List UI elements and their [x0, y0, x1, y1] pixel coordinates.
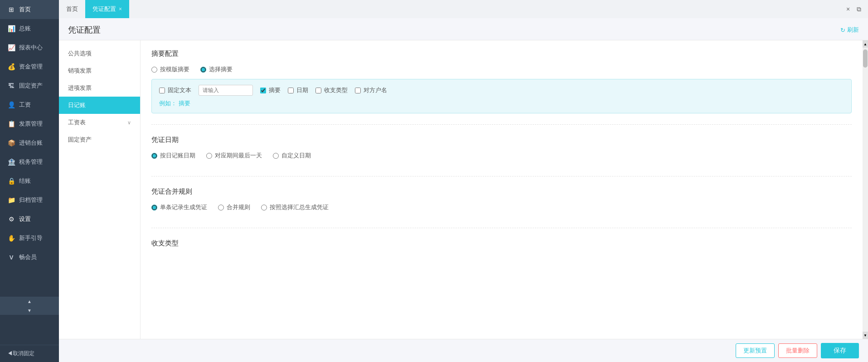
sidebar-item-close[interactable]: 🔒 结账	[0, 171, 59, 191]
sidebar-item-archive[interactable]: 📁 归档管理	[0, 191, 59, 210]
radio-select-input[interactable]	[200, 67, 206, 73]
radio-single-record[interactable]: 单条记录生成凭证	[151, 203, 207, 211]
invoice-icon: 📋	[7, 120, 15, 127]
scrollbar-down[interactable]: ▼	[863, 332, 868, 339]
refresh-button[interactable]: ↻ 刷新	[840, 26, 859, 34]
radio-merge-rule[interactable]: 合并规则	[218, 203, 250, 211]
section-merge-rules: 凭证合并规则 单条记录生成凭证 合并规则	[151, 187, 852, 228]
home-icon: ⊞	[7, 6, 15, 13]
summary-example: 例如： 摘要	[159, 99, 844, 108]
body-layout: 公共选项 销项发票 进项发票 日记账 工资表 ∨ 固定资产	[59, 40, 868, 339]
summary-checkboxes-row: 固定文本 摘要 日期	[159, 85, 844, 96]
sidebar-item-vip[interactable]: V 畅会员	[0, 248, 59, 267]
section-summary-config: 摘要配置 按模版摘要 选择摘要	[151, 49, 852, 125]
sidebar-item-settings[interactable]: ⚙ 设置	[0, 210, 59, 229]
settings-icon: ⚙	[7, 215, 15, 223]
radio-merge-input[interactable]	[218, 205, 224, 210]
left-nav-fixed-assets[interactable]: 固定资产	[59, 131, 140, 148]
left-nav-sales-invoice[interactable]: 销项发票	[59, 62, 140, 79]
scrollbar-thumb[interactable]	[863, 49, 868, 68]
left-nav-purchase-invoice[interactable]: 进项发票	[59, 79, 140, 97]
tab-bar: 首页 凭证配置 × × ⧉	[59, 0, 868, 18]
merge-rules-options: 单条记录生成凭证 合并规则 按照选择汇总生成凭证	[151, 203, 852, 211]
radio-by-journal[interactable]: 按日记账日期	[151, 152, 195, 160]
checkbox-counterpart-input[interactable]	[355, 88, 361, 93]
ledger-icon: 📊	[7, 25, 15, 32]
tab-close-icon[interactable]: ×	[119, 6, 122, 12]
tab-voucher-config[interactable]: 凭证配置 ×	[85, 0, 129, 18]
section-title-merge: 凭证合并规则	[151, 187, 852, 196]
chevron-down-icon: ∨	[127, 120, 131, 126]
radio-last-day[interactable]: 对应期间最后一天	[206, 152, 262, 160]
radio-selection-input[interactable]	[261, 205, 267, 210]
checkbox-summary[interactable]: 摘要	[260, 86, 281, 94]
main-area: 首页 凭证配置 × × ⧉ 凭证配置 ↻ 刷新 公共选项	[59, 0, 868, 362]
radio-by-selection[interactable]: 按照选择汇总生成凭证	[261, 203, 329, 211]
sidebar-scroll-down[interactable]: ▼	[0, 306, 59, 315]
left-nav: 公共选项 销项发票 进项发票 日记账 工资表 ∨ 固定资产	[59, 40, 141, 339]
scrollbar-track: ▲ ▼	[863, 40, 868, 339]
action-bar: 更新预置 批量删除 保存	[59, 339, 868, 362]
fixed-text-input[interactable]	[199, 85, 253, 96]
sidebar-item-sales[interactable]: 📦 进销台账	[0, 133, 59, 152]
checkbox-counterpart[interactable]: 对方户名	[355, 86, 387, 94]
sidebar-item-funds[interactable]: 💰 资金管理	[0, 57, 59, 76]
content-wrapper: 凭证配置 ↻ 刷新 公共选项 销项发票 进项发票 日记账	[59, 18, 868, 362]
sidebar-item-guide[interactable]: ✋ 新手引导	[0, 229, 59, 248]
save-button[interactable]: 保存	[821, 343, 859, 358]
sidebar-item-tax[interactable]: 🏦 税务管理	[0, 152, 59, 171]
section-title-income: 收支类型	[151, 239, 852, 248]
tax-icon: 🏦	[7, 158, 15, 166]
radio-custom-date-input[interactable]	[273, 153, 279, 159]
sidebar-item-home[interactable]: ⊞ 首页	[0, 0, 59, 19]
sidebar-item-report[interactable]: 📈 报表中心	[0, 38, 59, 57]
close-books-icon: 🔒	[7, 177, 15, 185]
checkbox-date[interactable]: 日期	[288, 86, 308, 94]
checkbox-fixed-text-input[interactable]	[159, 88, 165, 93]
payroll-icon: 👤	[7, 101, 15, 108]
checkbox-date-input[interactable]	[288, 88, 294, 93]
voucher-date-options: 按日记账日期 对应期间最后一天 自定义日期	[151, 152, 852, 160]
left-nav-journal[interactable]: 日记账	[59, 97, 140, 114]
section-title-summary: 摘要配置	[151, 49, 852, 58]
sidebar-scroll-up[interactable]: ▲	[0, 297, 59, 306]
funds-icon: 💰	[7, 63, 15, 70]
summary-mode-options: 按模版摘要 选择摘要	[151, 65, 852, 73]
sidebar: ⊞ 首页 📊 总账 📈 报表中心 💰 资金管理 🏗 固定资产 👤 工资 📋 发票…	[0, 0, 59, 362]
scrollbar-up[interactable]: ▲	[863, 40, 868, 48]
radio-single-input[interactable]	[151, 205, 157, 210]
page-title: 凭证配置	[68, 24, 101, 35]
assets-icon: 🏗	[7, 82, 15, 89]
right-content: 摘要配置 按模版摘要 选择摘要	[141, 40, 863, 339]
sidebar-unpin-button[interactable]: ◀取消固定	[0, 345, 59, 362]
left-nav-payroll-table[interactable]: 工资表 ∨	[59, 114, 140, 131]
sidebar-item-ledger[interactable]: 📊 总账	[0, 19, 59, 38]
radio-template-input[interactable]	[151, 67, 157, 73]
section-voucher-date: 凭证日期 按日记账日期 对应期间最后一天	[151, 136, 852, 176]
sidebar-item-invoice[interactable]: 📋 发票管理	[0, 114, 59, 133]
radio-custom-date[interactable]: 自定义日期	[273, 152, 311, 160]
sales-icon: 📦	[7, 139, 15, 147]
radio-select-summary[interactable]: 选择摘要	[200, 65, 233, 73]
radio-last-day-input[interactable]	[206, 153, 212, 159]
window-resize-button[interactable]: ⧉	[855, 5, 863, 13]
section-income-type: 收支类型	[151, 239, 852, 266]
sidebar-item-payroll[interactable]: 👤 工资	[0, 95, 59, 114]
refresh-icon: ↻	[840, 27, 845, 34]
batch-delete-button[interactable]: 批量删除	[778, 343, 817, 358]
radio-template-summary[interactable]: 按模版摘要	[151, 65, 189, 73]
update-preview-button[interactable]: 更新预置	[736, 343, 775, 358]
page-header: 凭证配置 ↻ 刷新	[59, 18, 868, 40]
sidebar-item-assets[interactable]: 🏗 固定资产	[0, 76, 59, 95]
checkbox-income-type-input[interactable]	[315, 88, 321, 93]
archive-icon: 📁	[7, 196, 15, 204]
checkbox-income-type[interactable]: 收支类型	[315, 86, 348, 94]
checkbox-summary-input[interactable]	[260, 88, 266, 93]
summary-box: 固定文本 摘要 日期	[151, 79, 852, 113]
window-close-button[interactable]: ×	[844, 5, 852, 13]
radio-by-journal-input[interactable]	[151, 153, 157, 159]
window-controls: × ⧉	[844, 5, 868, 13]
left-nav-public[interactable]: 公共选项	[59, 45, 140, 62]
tab-home[interactable]: 首页	[59, 0, 85, 18]
checkbox-fixed-text[interactable]: 固定文本	[159, 86, 191, 94]
